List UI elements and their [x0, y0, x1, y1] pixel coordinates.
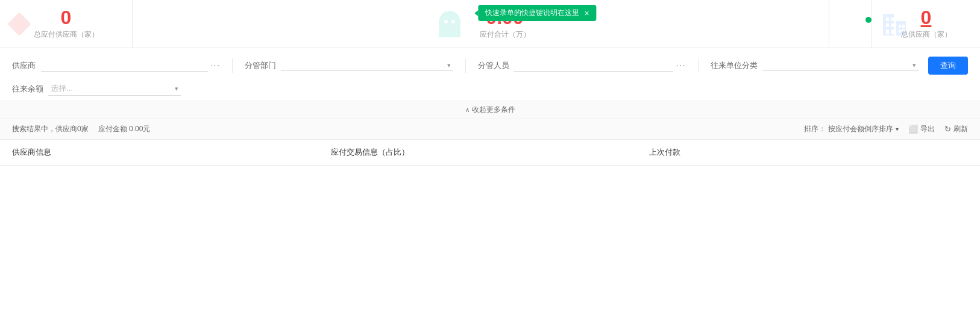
export-button[interactable]: ⬜ 导出 — [908, 124, 935, 134]
stat-total-suppliers: 0 总供应商（家） — [872, 0, 980, 48]
svg-rect-0 — [7, 12, 31, 36]
svg-rect-13 — [886, 29, 889, 34]
tooltip-close-button[interactable]: × — [584, 9, 589, 17]
filter-bar: 供应商 ··· 分管部门 ▾ 分管人员 ··· 往来单位分类 ▾ — [0, 48, 980, 119]
balance-select[interactable]: 选择... ▾ — [48, 82, 181, 96]
result-bar: 搜索结果中，供应商0家 应付金额 0.00元 排序： 按应付会额倒序排序 ▾ ⬜… — [0, 119, 980, 140]
payable-suppliers-number: 0 — [61, 8, 72, 27]
stat-payable-suppliers: 0 总应付供应商（家） — [0, 0, 133, 48]
supplier-input[interactable] — [41, 60, 208, 72]
total-suppliers-number: 0 — [921, 8, 932, 27]
department-select[interactable]: ▾ — [281, 60, 453, 71]
diamond-icon — [6, 11, 33, 37]
person-dots-button[interactable]: ··· — [676, 60, 685, 71]
filter-supplier: 供应商 ··· — [12, 60, 220, 72]
svg-rect-9 — [886, 17, 889, 21]
payable-total-label: 应付合计（万） — [480, 29, 530, 40]
divider-3 — [698, 58, 699, 73]
collapse-label: 收起更多条件 — [472, 105, 515, 115]
col-lastpay-header: 上次付款 — [649, 147, 968, 158]
person-input[interactable] — [514, 60, 674, 72]
export-icon: ⬜ — [908, 125, 918, 134]
result-suppliers-text: 搜索结果中，供应商0家 — [12, 124, 89, 134]
refresh-icon: ↻ — [944, 125, 951, 134]
sort-label: 排序： — [804, 124, 826, 134]
result-summary: 搜索结果中，供应商0家 应付金额 0.00元 — [12, 124, 150, 134]
filter-department: 分管部门 ▾ — [245, 60, 453, 71]
balance-label: 往来余额 — [12, 84, 43, 95]
tooltip-dot — [865, 17, 872, 23]
svg-rect-14 — [891, 29, 894, 34]
col-transaction-header: 应付交易信息（占比） — [331, 147, 650, 158]
unit-class-label: 往来单位分类 — [711, 60, 758, 71]
balance-select-placeholder: 选择... — [51, 83, 175, 94]
balance-chevron-icon: ▾ — [175, 85, 178, 93]
refresh-label: 刷新 — [953, 124, 968, 134]
building-icon — [878, 9, 912, 39]
query-button[interactable]: 查询 — [928, 57, 968, 75]
sort-chevron-icon: ▾ — [896, 126, 899, 132]
table-header: 供应商信息 应付交易信息（占比） 上次付款 — [0, 140, 980, 166]
person-label: 分管人员 — [478, 60, 509, 71]
svg-rect-16 — [902, 25, 905, 28]
svg-rect-10 — [891, 17, 894, 21]
result-actions: 排序： 按应付会额倒序排序 ▾ ⬜ 导出 ↻ 刷新 — [804, 124, 968, 134]
supplier-label: 供应商 — [12, 60, 36, 71]
unit-class-select[interactable]: ▾ — [762, 60, 919, 71]
filter-row-1: 供应商 ··· 分管部门 ▾ 分管人员 ··· 往来单位分类 ▾ — [12, 57, 968, 75]
svg-rect-8 — [896, 21, 906, 36]
svg-point-6 — [451, 20, 455, 23]
filter-unit-class: 往来单位分类 ▾ — [711, 60, 919, 71]
tooltip-bubble: 快速录单的快捷键说明在这里 × — [478, 5, 596, 21]
svg-rect-18 — [902, 29, 905, 33]
svg-rect-15 — [899, 25, 901, 28]
divider-2 — [465, 58, 466, 73]
svg-point-5 — [444, 20, 448, 23]
filter-row-2: 往来余额 选择... ▾ — [12, 82, 968, 96]
tooltip-text: 快速录单的快捷键说明在这里 — [485, 8, 579, 18]
supplier-dots-button[interactable]: ··· — [210, 60, 220, 71]
refresh-button[interactable]: ↻ 刷新 — [944, 124, 968, 134]
result-amount-text: 应付金额 0.00元 — [98, 124, 151, 134]
collapse-chevron-icon: ∧ — [465, 107, 470, 113]
sort-button[interactable]: 排序： 按应付会额倒序排序 ▾ — [804, 124, 899, 134]
table-body — [0, 166, 980, 286]
stats-bar: 0 总应付供应商（家） 0.00 应付合计（万） 快速录单的快捷键说明在这里 × — [0, 0, 980, 48]
payable-suppliers-label: 总应付供应商（家） — [34, 29, 99, 40]
ghost-icon — [432, 6, 468, 42]
collapse-button[interactable]: ∧ 收起更多条件 — [0, 101, 980, 119]
department-label: 分管部门 — [245, 60, 276, 71]
sort-value: 按应付会额倒序排序 — [828, 124, 893, 134]
export-label: 导出 — [920, 124, 935, 134]
col-supplier-header: 供应商信息 — [12, 147, 331, 158]
divider-1 — [232, 58, 233, 73]
filter-person: 分管人员 ··· — [478, 60, 686, 72]
svg-rect-11 — [886, 23, 889, 27]
unit-class-chevron-icon: ▾ — [912, 61, 916, 69]
svg-rect-12 — [891, 23, 894, 27]
svg-rect-17 — [899, 29, 901, 33]
department-chevron-icon: ▾ — [447, 61, 451, 69]
filter-balance: 往来余额 选择... ▾ — [12, 82, 181, 96]
